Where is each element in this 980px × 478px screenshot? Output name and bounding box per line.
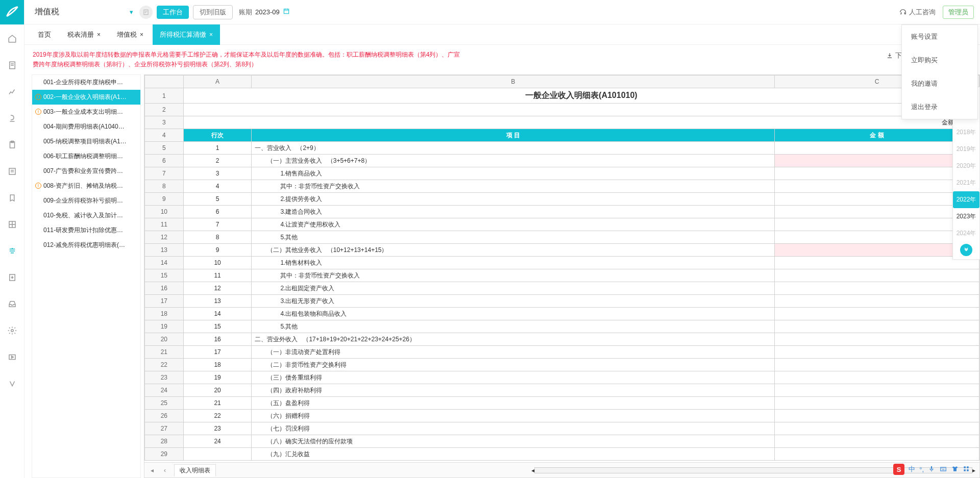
line-no[interactable]: 19 [183,371,252,384]
col-head-B[interactable]: B [252,76,775,88]
amount-cell[interactable] [775,231,979,244]
item-cell[interactable]: 2.提供劳务收入 [252,193,775,206]
amount-cell[interactable] [775,244,979,257]
item-cell[interactable]: （六）捐赠利得 [252,410,775,422]
tree-item-0[interactable]: 001-企业所得税年度纳税申… [32,75,140,90]
amount-cell[interactable] [775,206,979,218]
line-no[interactable]: 24 [183,435,252,448]
tree-item-10[interactable]: 011-研发费用加计扣除优惠… [32,223,140,238]
item-cell[interactable]: 3.出租无形资产收入 [252,295,775,308]
period-value[interactable]: 2023-09 [255,8,280,16]
nav-export-icon[interactable] [4,269,20,286]
item-cell[interactable]: （一）非流动资产处置利得 [252,346,775,359]
item-cell[interactable]: 5.其他 [252,231,775,244]
item-cell[interactable]: 5.其他 [252,320,775,333]
switch-old-button[interactable]: 切到旧版 [193,5,233,19]
year-2023年[interactable]: 2023年 [957,208,976,225]
note-icon[interactable] [139,6,153,19]
item-cell[interactable]: （九）汇兑收益 [252,448,775,461]
user-menu-item-1[interactable]: 立即购买 [902,48,977,72]
line-no[interactable]: 9 [183,244,252,257]
line-no[interactable]: 7 [183,218,252,231]
item-cell[interactable]: 3.建造合同收入 [252,206,775,218]
amount-cell[interactable] [775,333,979,346]
tree-item-6[interactable]: 007-广告费和业务宣传费跨… [32,164,140,179]
nav-v-icon[interactable] [4,375,20,392]
nav-inbox-icon[interactable] [4,296,20,312]
line-no[interactable]: 1 [183,142,252,155]
tree-item-11[interactable]: 012-减免所得税优惠明细表(… [32,238,140,253]
line-no[interactable]: 16 [183,333,252,346]
consult-button[interactable]: 人工咨询 [899,8,936,17]
year-2021年[interactable]: 2021年 [957,174,976,191]
line-no[interactable]: 5 [183,193,252,206]
line-no[interactable]: 21 [183,397,252,410]
item-cell[interactable]: （一）主营业务收入 （3+5+6+7+8） [252,155,775,167]
user-menu-item-0[interactable]: 账号设置 [902,25,977,48]
ime-badge-icon[interactable]: S [893,464,904,475]
year-2020年[interactable]: 2020年 [957,158,976,174]
amount-cell[interactable] [775,308,979,320]
tree-item-9[interactable]: 010-免税、减计收入及加计… [32,208,140,223]
item-cell[interactable]: 一、营业收入 （2+9） [252,142,775,155]
nav-video-icon[interactable] [4,349,20,365]
amount-cell[interactable] [775,218,979,231]
tab-3[interactable]: 所得税汇算清缴× [153,24,220,45]
line-no[interactable]: 2 [183,155,252,167]
nav-tag-icon[interactable] [4,190,20,206]
line-no[interactable]: 11 [183,269,252,282]
line-no[interactable] [183,448,252,461]
user-menu-item-3[interactable]: 退出登录 [902,95,977,119]
item-cell[interactable]: （三）债务重组利得 [252,371,775,384]
amount-cell[interactable] [775,448,979,461]
amount-cell[interactable] [775,282,979,295]
amount-cell[interactable] [775,435,979,448]
ime-grid-icon[interactable] [963,465,970,474]
amount-cell[interactable] [775,295,979,308]
amount-cell[interactable] [775,371,979,384]
line-no[interactable]: 15 [183,320,252,333]
tree-item-3[interactable]: 004-期间费用明细表(A1040… [32,119,140,134]
line-no[interactable]: 20 [183,384,252,397]
amount-cell[interactable] [775,167,979,180]
item-cell[interactable]: 4.出租包装物和商品收入 [252,308,775,320]
line-no[interactable]: 14 [183,308,252,320]
ime-mic-icon[interactable] [928,465,935,474]
line-no[interactable]: 13 [183,295,252,308]
tab-0[interactable]: 首页 [31,24,58,45]
ime-shirt-icon[interactable] [951,465,959,474]
nav-grid-icon[interactable] [4,216,20,233]
amount-cell[interactable] [775,269,979,282]
tree-item-5[interactable]: 006-职工薪酬纳税调整明细… [32,149,140,164]
line-no[interactable]: 23 [183,422,252,435]
tree-item-1[interactable]: !002-一般企业收入明细表(A1… [32,90,140,105]
amount-cell[interactable] [775,180,979,193]
calendar-icon[interactable] [283,8,290,16]
tree-item-4[interactable]: 005-纳税调整项目明细表(A1… [32,134,140,149]
admin-button[interactable]: 管理员 [943,6,974,19]
nav-tax-icon[interactable] [4,243,20,259]
amount-cell[interactable] [775,320,979,333]
sheet-nav-first[interactable]: ◂ [149,467,156,474]
tree-item-2[interactable]: !003-一般企业成本支出明细… [32,105,140,119]
amount-cell[interactable] [775,397,979,410]
tree-item-7[interactable]: !008-资产折旧、摊销及纳税… [32,179,140,193]
item-cell[interactable]: 二、营业外收入 （17+18+19+20+21+22+23+24+25+26） [252,333,775,346]
item-cell[interactable]: 其中：非货币性资产交换收入 [252,269,775,282]
amount-cell[interactable] [775,193,979,206]
line-no[interactable]: 12 [183,282,252,295]
ime-lang[interactable]: 中 [909,465,915,474]
item-cell[interactable]: （七）罚没利得 [252,422,775,435]
line-no[interactable]: 18 [183,359,252,371]
nav-form-icon[interactable] [4,163,20,180]
amount-cell[interactable] [775,257,979,269]
item-cell[interactable]: （八）确实无法偿付的应付款项 [252,435,775,448]
nav-chart-icon[interactable] [4,84,20,100]
tab-1[interactable]: 税表清册× [60,24,108,45]
item-cell[interactable]: （五）盘盈利得 [252,397,775,410]
close-icon[interactable]: × [209,24,213,45]
item-cell[interactable]: （四）政府补助利得 [252,384,775,397]
nav-money-icon[interactable] [4,110,20,127]
item-cell[interactable]: （二）其他业务收入 （10+12+13+14+15） [252,244,775,257]
amount-cell[interactable] [775,142,979,155]
